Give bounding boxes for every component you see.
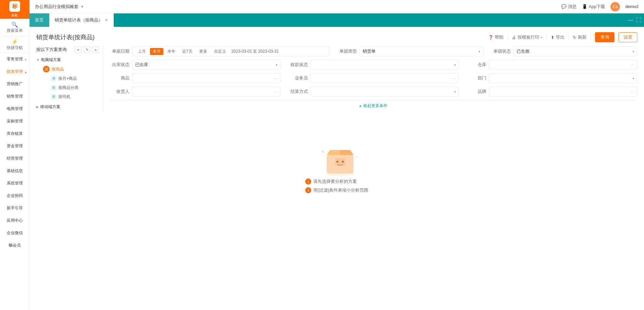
sidebar-item-newbie[interactable]: 新手引导 [0,202,29,214]
message-btn[interactable]: 💬 消息 [561,4,577,10]
product-control[interactable]: ··· [132,73,280,83]
sidebar-item-sales[interactable]: 销售管理 [0,90,29,103]
collapse-btn[interactable]: ∧ 收起更多条件 [109,100,637,111]
query-btn[interactable]: 查询 [595,32,614,42]
empty-hint-1: 1 请先选择要分析的方案 [305,178,368,185]
payment-control[interactable]: ▾ [311,60,459,70]
sidebar-item-wholesale[interactable]: 批发管理 ▴ [0,65,29,78]
out-status-control[interactable]: 已出库 ▾ [132,60,280,70]
scheme-panel-icons: + ✎ « [75,46,99,53]
scheme-add-btn[interactable]: + [75,46,82,53]
sidebar: 标 标账 🔍 搜索菜单 ⚡ 快捷导航 零售管理 ▾ 批发管理 ▴ 营销推广 销售… [0,0,30,310]
recipient-more-icon: ··· [274,89,277,94]
sidebar-item-wechat[interactable]: 企业微信 [0,227,29,239]
svg-point-3 [336,161,338,163]
brand-control[interactable]: ··· [489,87,637,97]
settle-dropdown-icon: ▾ [454,90,456,94]
date-tab-more[interactable]: 更多 [197,48,210,55]
download-icon: 📱 [582,4,587,9]
dept-control[interactable]: ▾ [489,73,637,83]
export-btn[interactable]: ⬆ 导出 [551,34,565,40]
doc-status-control[interactable]: 已生效 ▾ [514,46,637,56]
print-btn[interactable]: 🖨 按模板打印 ▾ [512,34,542,40]
filter-dept: 部门 ▾ [466,73,637,83]
date-range-value: 2023-03-01 至 2023-03-31 [231,49,279,54]
doc-status-dropdown-icon: ▾ [633,50,634,53]
header-left: 办公用品行业模拟账套 ▾ [35,4,84,10]
page-content: 销货单统计表(按商品) ❓ 帮助 🖨 按模板打印 ▾ ⬆ [30,27,644,310]
active-scheme-dot: 按 [43,66,50,72]
sidebar-item-system[interactable]: 系统管理 [0,177,29,190]
tab-close-btn[interactable]: ✕ [105,18,108,22]
scheme-category-mobile[interactable]: ▶ 移动端方案 [36,103,99,111]
doc-type-control[interactable]: 销货单 ▾ [360,46,483,56]
scheme-panel-header: 按以下方案查询 + ✎ « [36,46,99,53]
sidebar-search[interactable]: 🔍 搜索菜单 [0,19,29,37]
top-header: 办公用品行业模拟账套 ▾ 💬 消息 📱 App下载 Ea demo2 [30,0,644,13]
tab-controls: — ⛶ [625,13,644,27]
tab-home[interactable]: 首页 [30,13,49,27]
refresh-btn[interactable]: ↻ 刷新 [573,34,587,40]
sidebar-quick-nav[interactable]: ⚡ 快捷导航 [0,37,29,53]
brand-more-icon: ··· [631,89,634,94]
sidebar-item-inventory[interactable]: 库存核算 [0,127,29,140]
avatar[interactable]: Ea [610,2,620,11]
tab-bar: 首页 销货单统计表（按商品） ✕ — ⛶ [30,13,644,27]
product-more-icon: ··· [274,76,277,81]
date-tab-this-year[interactable]: 本年 [165,48,178,55]
staff-more-icon: ··· [452,76,456,81]
divider3 [569,35,569,40]
recipient-control[interactable]: ··· [132,87,280,97]
scheme-item-by-product[interactable]: 按 按商品 [36,64,99,74]
scheme-collapse-btn[interactable]: « [92,46,99,53]
scheme-edit-btn[interactable]: ✎ [84,46,90,53]
export-icon: ⬆ [551,35,554,40]
filter-settle: 结算方式 ▾ [287,87,459,97]
warehouse-control[interactable]: ··· [489,60,637,70]
date-control[interactable]: 上月 本月 本年 近7天 更多 自定义 2023-03-01 至 2023-03… [132,46,329,56]
divider2 [546,35,547,40]
date-filter: 上月 本月 本年 近7天 更多 自定义 2023-03-01 至 2023-03… [135,48,279,55]
tab-expand-btn[interactable]: ⛶ [636,17,641,23]
svg-text:✦: ✦ [321,149,325,154]
hint-num-2: 2 [305,187,311,193]
settle-control[interactable]: ▾ [311,87,459,97]
help-icon: ❓ [488,35,493,40]
date-tab-this-month[interactable]: 本月 [150,48,163,55]
app-logo[interactable]: 标 标账 [0,0,30,19]
filter-row-3: 商品 ··· 业务员 ··· [109,73,637,83]
sidebar-item-appstore[interactable]: 应用中心 [0,214,29,227]
sidebar-item-finance[interactable]: 资金管理 [0,140,29,152]
industry-dropdown-icon[interactable]: ▾ [81,4,84,9]
settings-btn[interactable]: 设置 [619,32,637,42]
date-tab-7days[interactable]: 近7天 [179,48,195,55]
scheme-item-by-clerk[interactable]: 目 按司机 [36,92,99,101]
divider4 [591,35,591,40]
date-tab-custom[interactable]: 自定义 [211,48,229,55]
sidebar-item-ecommerce[interactable]: 电商管理 [0,103,29,115]
filter-warehouse: 仓库 ··· [466,60,637,70]
tab-minimize-btn[interactable]: — [628,17,633,23]
sidebar-item-basic[interactable]: 基础信息 [0,165,29,177]
dept-dropdown-icon: ▾ [633,76,634,80]
sidebar-item-collab[interactable]: 企业协同 [0,190,29,202]
page-header: 销货单统计表(按商品) ❓ 帮助 🖨 按模板打印 ▾ ⬆ [36,32,637,42]
sidebar-item-member[interactable]: 畅会员 [0,239,29,252]
scheme-item-by-category[interactable]: 目 按商品分类 [36,83,99,92]
sidebar-item-marketing[interactable]: 营销推广 [0,78,29,90]
app-download-btn[interactable]: 📱 App下载 [582,4,605,10]
staff-control[interactable]: ··· [311,73,459,83]
scheme-category-desktop[interactable]: ▼ 电脑端方案 [36,56,99,64]
sidebar-item-ops[interactable]: 经营管理 [0,152,29,165]
sub-icon-month: 月 [51,76,56,82]
sub-icon-category: 目 [51,85,56,91]
scheme-item-by-month-product[interactable]: 月 按月+商品 [36,74,99,83]
date-tab-last-month[interactable]: 上月 [135,48,149,55]
filter-doc-type: 单据类型 销货单 ▾ [336,46,483,56]
header-right: 💬 消息 📱 App下载 Ea demo2 [561,2,639,11]
help-btn[interactable]: ❓ 帮助 [488,34,503,40]
page-actions: ❓ 帮助 🖨 按模板打印 ▾ ⬆ 导出 [488,32,637,42]
tab-sales-stats[interactable]: 销货单统计表（按商品） ✕ [49,13,114,27]
sidebar-item-retail[interactable]: 零售管理 ▾ [0,53,29,65]
sidebar-item-purchase[interactable]: 采购管理 [0,115,29,127]
